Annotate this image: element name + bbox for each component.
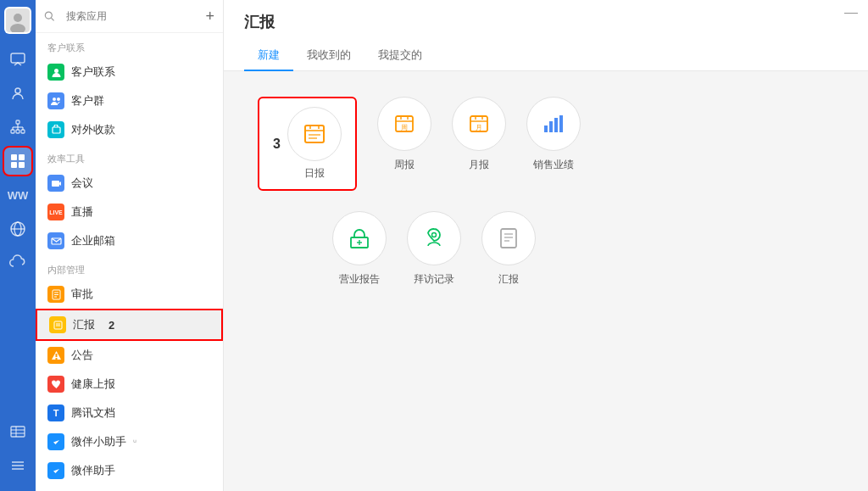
business-label: 营业报告 bbox=[339, 272, 380, 287]
visit-report-item[interactable]: 拜访记录 bbox=[407, 211, 461, 287]
huibao-icon bbox=[49, 316, 66, 333]
search-bar: + bbox=[36, 0, 223, 33]
gonggao-label: 公告 bbox=[71, 348, 93, 363]
visit-label: 拜访记录 bbox=[414, 272, 454, 287]
gonggao-icon bbox=[47, 347, 64, 364]
svg-point-32 bbox=[57, 98, 60, 101]
svg-point-69 bbox=[432, 233, 437, 237]
minimize-button[interactable]: — bbox=[844, 5, 858, 20]
sidebar-item-zhibo[interactable]: LIVE 直播 bbox=[36, 198, 223, 226]
svg-rect-65 bbox=[559, 115, 563, 132]
monthly-circle: 月 bbox=[452, 97, 506, 151]
sidebar-item-org[interactable] bbox=[3, 112, 33, 142]
visit-circle bbox=[407, 211, 461, 265]
report-row-1: 3 日报 bbox=[258, 97, 834, 191]
miban1-label: 微伴小助手 bbox=[71, 434, 126, 449]
weekly-circle: 周 bbox=[377, 97, 431, 151]
tengxun-label: 腾讯文档 bbox=[71, 405, 115, 421]
monthly-report-item[interactable]: 月 月报 bbox=[452, 97, 506, 172]
avatar[interactable] bbox=[4, 7, 31, 34]
svg-rect-3 bbox=[11, 53, 25, 63]
section-title-tools: 效率工具 bbox=[36, 144, 223, 169]
daily-report-item[interactable]: 3 日报 bbox=[258, 97, 357, 191]
jiankang-label: 健康上报 bbox=[71, 377, 115, 392]
sidebar-item-gonggao[interactable]: 公告 bbox=[36, 341, 223, 370]
shenpi-label: 审批 bbox=[71, 287, 93, 302]
section-title-internal: 内部管理 bbox=[36, 255, 223, 280]
sidebar: + 客户联系 客户联系 客户群 对外收款 bbox=[36, 0, 224, 491]
kehuqun-icon bbox=[47, 92, 64, 109]
report-row-2: 营业报告 拜访记录 bbox=[258, 211, 834, 287]
add-app-button[interactable]: + bbox=[205, 8, 214, 25]
main-body: 3 日报 bbox=[224, 71, 868, 491]
huibao-report-label: 汇报 bbox=[498, 272, 519, 287]
business-report-item[interactable]: 营业报告 bbox=[332, 211, 387, 287]
sidebar-item-duiwai[interactable]: 对外收款 bbox=[36, 115, 223, 144]
svg-rect-14 bbox=[11, 154, 17, 160]
section-title-customer: 客户联系 bbox=[36, 33, 223, 58]
youxiang-label: 企业邮箱 bbox=[71, 233, 115, 248]
svg-rect-70 bbox=[501, 229, 516, 248]
sidebar-item-globe[interactable] bbox=[3, 214, 33, 244]
sidebar-item-kehuqun[interactable]: 客户群 bbox=[36, 86, 223, 115]
sidebar-item-apps[interactable] bbox=[3, 146, 33, 176]
tengxun-icon: T bbox=[47, 405, 64, 421]
sidebar-item-miban1[interactable]: 微伴小助手 ᵘ bbox=[36, 427, 223, 456]
table-icon[interactable] bbox=[3, 416, 33, 447]
zhibo-icon: LIVE bbox=[47, 204, 64, 220]
business-circle bbox=[332, 211, 387, 265]
sidebar-item-huiyi[interactable]: 会议 bbox=[36, 169, 223, 198]
svg-rect-63 bbox=[549, 121, 553, 132]
sidebar-item-miban2[interactable]: 微伴助手 bbox=[36, 456, 223, 485]
sales-circle bbox=[526, 97, 581, 151]
svg-rect-8 bbox=[21, 130, 25, 133]
svg-point-31 bbox=[53, 98, 56, 101]
weekly-report-item[interactable]: 周 周报 bbox=[377, 97, 431, 172]
monthly-label: 月报 bbox=[469, 158, 489, 172]
main-header: 汇报 新建 我收到的 我提交的 bbox=[224, 0, 868, 71]
miban2-label: 微伴助手 bbox=[71, 463, 115, 478]
svg-rect-34 bbox=[52, 181, 59, 187]
sidebar-item-kehu[interactable]: 客户联系 bbox=[36, 58, 223, 86]
sidebar-item-youxiang[interactable]: 企业邮箱 bbox=[36, 226, 223, 255]
svg-point-30 bbox=[54, 69, 58, 73]
huiyi-icon bbox=[47, 175, 64, 192]
kehu-icon bbox=[47, 64, 64, 81]
svg-rect-44 bbox=[55, 354, 57, 357]
sidebar-item-cloud[interactable] bbox=[3, 248, 33, 278]
search-input[interactable] bbox=[59, 7, 200, 25]
sales-report-item[interactable]: 销售业绩 bbox=[526, 97, 581, 172]
shenpi-icon bbox=[47, 286, 64, 303]
daily-label: 日报 bbox=[304, 166, 325, 181]
main-content: 汇报 新建 我收到的 我提交的 3 bbox=[224, 0, 868, 491]
miban1-suffix: ᵘ bbox=[133, 438, 136, 447]
menu-icon[interactable] bbox=[3, 450, 33, 481]
tab-received[interactable]: 我收到的 bbox=[293, 42, 364, 71]
sales-label: 销售业绩 bbox=[533, 158, 574, 172]
miban1-icon bbox=[47, 433, 64, 450]
huiyi-label: 会议 bbox=[71, 176, 93, 191]
miban2-icon bbox=[47, 462, 64, 479]
tab-new[interactable]: 新建 bbox=[244, 42, 293, 71]
sidebar-item-contacts[interactable] bbox=[3, 78, 33, 109]
svg-rect-62 bbox=[544, 126, 548, 132]
svg-line-29 bbox=[51, 18, 53, 20]
kehuqun-label: 客户群 bbox=[71, 93, 104, 109]
sidebar-item-ww[interactable]: WW bbox=[3, 180, 33, 210]
huibao-report-item[interactable]: 汇报 bbox=[481, 211, 536, 287]
sidebar-item-chat[interactable] bbox=[3, 44, 33, 75]
svg-rect-7 bbox=[16, 130, 19, 133]
svg-rect-64 bbox=[554, 118, 558, 132]
sidebar-item-jiankang[interactable]: 健康上报 bbox=[36, 370, 223, 399]
tab-bar: 新建 我收到的 我提交的 bbox=[244, 42, 848, 70]
zhibo-label: 直播 bbox=[71, 204, 93, 220]
sidebar-item-shenpi[interactable]: 审批 bbox=[36, 280, 223, 309]
svg-rect-45 bbox=[55, 358, 57, 360]
tab-submitted[interactable]: 我提交的 bbox=[364, 42, 436, 71]
huibao-badge: 2 bbox=[108, 319, 114, 332]
sidebar-item-tengxun[interactable]: T 腾讯文档 bbox=[36, 399, 223, 427]
sidebar-item-huibao[interactable]: 汇报 2 bbox=[36, 309, 223, 341]
daily-badge: 3 bbox=[273, 137, 281, 152]
jiankang-icon bbox=[47, 376, 64, 393]
svg-rect-17 bbox=[19, 162, 25, 168]
